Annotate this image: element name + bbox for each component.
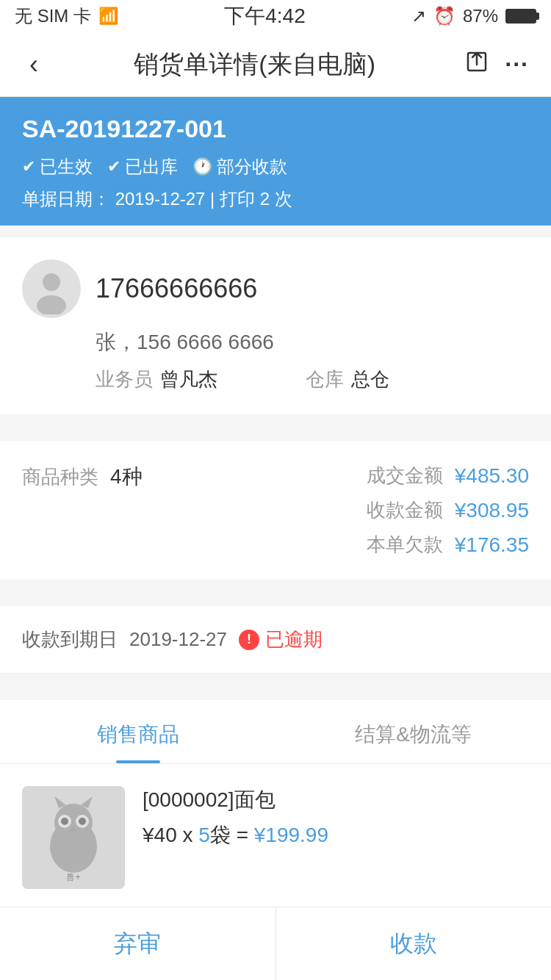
battery-percent: 87% [463,6,498,26]
status-partial: 🕐 部分收款 [192,155,287,179]
warehouse-name: 总仓 [351,367,389,392]
product-info-1: [0000002]面包 ¥40 x 5袋 = ¥199.99 [143,786,529,849]
owed-amount-row: 本单欠款 ¥176.35 [367,532,529,558]
divider-3 [0,594,551,606]
print-count: 2 [260,189,270,209]
status-right: ↗ ⏰ 87% [411,6,536,26]
divider-2 [0,429,551,441]
back-button[interactable]: ‹ [22,42,46,87]
nav-actions: ··· [464,48,529,80]
overdue-badge: ! 已逾期 [239,627,323,652]
staff-label: 业务员 [96,367,153,392]
battery-bar [505,9,536,24]
due-section: 收款到期日 2019-12-27 ! 已逾期 [0,606,551,674]
status-bar: 无 SIM 卡 📶 下午4:42 ↗ ⏰ 87% [0,0,551,32]
product-total-1: ¥199.99 [254,824,328,846]
bottom-bar: 弃审 收款 [0,907,551,980]
product-name-1: [0000002]面包 [143,786,529,814]
status-effected-label: 已生效 [40,155,93,179]
staff-name: 曾凡杰 [160,367,217,392]
staff-meta: 业务员 曾凡杰 [96,367,217,392]
tabs-row: 销售商品 结算&物流等 [0,700,551,764]
overdue-text: 已逾期 [265,627,323,652]
status-time: 下午4:42 [224,2,306,30]
alarm-icon: ⏰ [433,6,455,26]
customer-meta: 业务员 曾凡杰 仓库 总仓 [22,367,529,392]
customer-id: 17666666666 [96,273,257,304]
order-status-row: ✔ 已生效 ✔ 已出库 🕐 部分收款 [22,155,529,179]
order-date-row: 单据日期： 2019-12-27 | 打印 2 次 [22,187,529,211]
summary-row: 商品种类 4种 成交金额 ¥485.30 收款金额 ¥308.95 本单欠款 ¥… [22,463,529,558]
due-label: 收款到期日 [22,627,118,652]
order-header: SA-20191227-001 ✔ 已生效 ✔ 已出库 🕐 部分收款 单据日期：… [0,97,551,226]
divider-4 [0,688,551,700]
nav-title: 销货单详情(来自电脑) [134,48,375,82]
status-left: 无 SIM 卡 📶 [15,4,118,28]
cancel-review-button[interactable]: 弃审 [0,907,276,980]
print-suffix: 次 [275,189,292,209]
received-amount-label: 收款金额 [367,497,443,523]
summary-section: 商品种类 4种 成交金额 ¥485.30 收款金额 ¥308.95 本单欠款 ¥… [0,441,551,580]
deal-amount: ¥485.30 [455,464,529,488]
divider-1 [0,226,551,237]
svg-point-2 [43,273,60,291]
product-thumb-1: 兽+ [22,786,125,889]
tabs-section: 销售商品 结算&物流等 [0,700,551,764]
warehouse-meta: 仓库 总仓 [306,367,389,392]
warehouse-label: 仓库 [306,367,344,392]
tab-settlement[interactable]: 结算&物流等 [276,700,551,763]
carrier-text: 无 SIM 卡 [15,4,91,28]
more-icon[interactable]: ··· [505,51,529,78]
category-count: 4种 [110,463,143,491]
customer-section: 17666666666 张，156 6666 6666 业务员 曾凡杰 仓库 总… [0,237,551,414]
product-price-1: ¥40 x [143,824,198,846]
deal-amount-row: 成交金额 ¥485.30 [367,463,529,489]
collect-payment-button[interactable]: 收款 [276,907,552,980]
received-amount: ¥308.95 [455,499,529,522]
svg-point-9 [61,818,68,825]
svg-point-10 [79,818,86,825]
check-icon-2: ✔ [107,157,120,176]
owed-amount: ¥176.35 [455,533,529,557]
product-item: 兽+ [0000002]面包 ¥40 x 5袋 = ¥199.99 [0,764,551,912]
clock-icon: 🕐 [192,157,212,176]
category-label: 商品种类 [22,464,98,490]
received-amount-row: 收款金额 ¥308.95 [367,497,529,523]
product-unit-1: 袋 [210,824,231,846]
nav-bar: ‹ 销货单详情(来自电脑) ··· [0,32,551,97]
status-effected: ✔ 已生效 [22,155,93,179]
order-id: SA-20191227-001 [22,115,529,143]
status-partial-label: 部分收款 [217,155,287,179]
share-icon[interactable] [464,48,490,80]
product-qty-1: 5 [198,824,210,846]
overdue-dot: ! [239,630,259,650]
summary-right: 成交金额 ¥485.30 收款金额 ¥308.95 本单欠款 ¥176.35 [367,463,529,558]
due-date: 2019-12-27 [129,628,227,651]
avatar [22,259,81,318]
deal-amount-label: 成交金额 [367,463,443,489]
tab-sales-products[interactable]: 销售商品 [0,700,276,763]
category-item: 商品种类 4种 [22,463,143,491]
customer-top: 17666666666 [22,259,529,318]
check-icon-1: ✔ [22,157,35,176]
date-label: 单据日期： [22,189,110,209]
customer-phone: 张，156 6666 6666 [22,328,529,356]
product-price-row-1: ¥40 x 5袋 = ¥199.99 [143,821,529,849]
status-shipped: ✔ 已出库 [107,155,178,179]
status-shipped-label: 已出库 [125,155,178,179]
print-label: | 打印 [210,189,255,209]
location-icon: ↗ [411,6,426,26]
summary-left: 商品种类 4种 [22,463,143,491]
svg-text:兽+: 兽+ [66,872,80,882]
owed-amount-label: 本单欠款 [367,532,443,558]
product-total-prefix-1: = [231,824,254,846]
order-date: 2019-12-27 [115,189,206,209]
wifi-icon: 📶 [98,7,118,26]
